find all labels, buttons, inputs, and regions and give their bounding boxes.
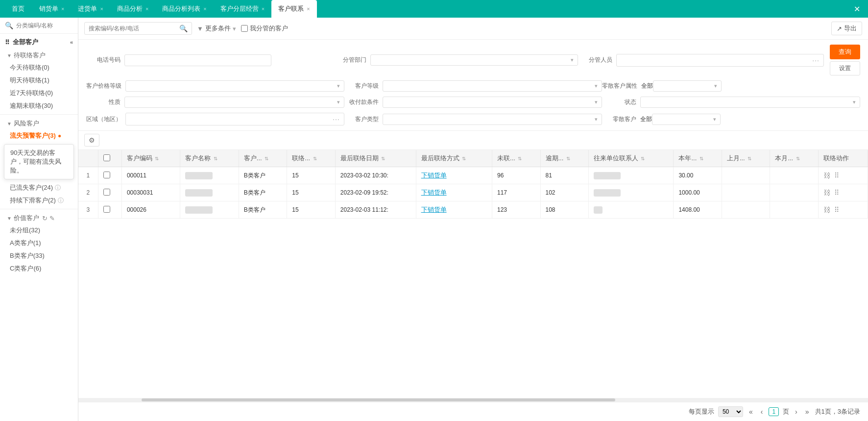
action-more-icon[interactable]: ⠿ bbox=[834, 172, 839, 179]
per-page-select[interactable]: 50 100 200 bbox=[718, 406, 743, 417]
at-risk-group[interactable]: ▼ 风险客户 bbox=[0, 117, 78, 129]
filter-dots-manager[interactable]: ··· bbox=[616, 54, 824, 67]
nav-tab-customer-contact[interactable]: 客户联系 × bbox=[271, 0, 316, 18]
sidebar-item-class-a[interactable]: A类客户(1) bbox=[0, 237, 78, 249]
gear-button[interactable]: ⚙ bbox=[84, 134, 99, 147]
my-customers-checkbox[interactable]: 我分管的客户 bbox=[241, 24, 288, 33]
action-link-icon[interactable]: ⛓ bbox=[823, 189, 830, 197]
th-no-contact-days[interactable]: 未联... ⇅ bbox=[492, 150, 540, 167]
filter-row-2: 客户价格等级 ▾ 客户等级 ▾ 零散客户属性 全部 ▾ bbox=[86, 80, 860, 92]
select-all-checkbox[interactable] bbox=[103, 154, 110, 161]
all-customers-label: 全部客户 bbox=[13, 38, 38, 47]
filter-select-retail[interactable]: ▾ bbox=[652, 114, 721, 125]
th-type[interactable]: 客户... ⇅ bbox=[239, 150, 287, 167]
sidebar-item-class-c[interactable]: C类客户(6) bbox=[0, 262, 78, 275]
cell-current-year: 1000.00 bbox=[674, 184, 722, 201]
filter-dots-region[interactable]: ··· bbox=[125, 113, 344, 125]
sidebar-item-tomorrow-contact[interactable]: 明天待联络(1) bbox=[0, 74, 78, 87]
row-checkbox[interactable] bbox=[103, 206, 110, 213]
th-current-year[interactable]: 本年... ⇅ bbox=[674, 150, 722, 167]
close-customer-tier-icon[interactable]: × bbox=[262, 6, 265, 12]
my-customers-check[interactable] bbox=[241, 25, 248, 32]
pending-contact-group[interactable]: ▼ 待联络客户 bbox=[0, 49, 78, 61]
nav-tab-customer-tier[interactable]: 客户分层经营 × bbox=[214, 0, 271, 18]
last-contact-method-link[interactable]: 下销货单 bbox=[421, 172, 447, 179]
last-contact-method-link[interactable]: 下销货单 bbox=[421, 206, 447, 213]
th-contact-count[interactable]: 联络... ⇅ bbox=[287, 150, 335, 167]
filter-select-payment[interactable]: ▾ bbox=[383, 97, 603, 108]
filter-field-retail-attr: 零散客户属性 全部 ▾ bbox=[602, 80, 860, 92]
search-input[interactable] bbox=[89, 25, 179, 32]
retail-attr-value: 全部 bbox=[641, 82, 653, 90]
value-customers-group[interactable]: ▼ 价值客户 ↻ ✎ bbox=[0, 211, 78, 224]
scrollbar-thumb[interactable] bbox=[142, 398, 615, 401]
close-all-button[interactable]: ✕ bbox=[850, 4, 864, 14]
sidebar-item-churned[interactable]: 已流失客户(24) ⓘ bbox=[0, 181, 78, 194]
sidebar-item-declining[interactable]: 持续下滑客户(2) ⓘ bbox=[0, 194, 78, 207]
th-contact-person[interactable]: 往来单位联系人 ⇅ bbox=[588, 150, 673, 167]
filter-field-retail: 零散客户 全部 ▾ bbox=[602, 114, 860, 125]
th-last-contact-date[interactable]: 最后联络日期 ⇅ bbox=[335, 150, 416, 167]
close-purchase-icon[interactable]: × bbox=[100, 6, 103, 12]
first-page-btn[interactable]: « bbox=[747, 408, 755, 416]
last-contact-date-sort-icon: ⇅ bbox=[381, 156, 385, 161]
query-button[interactable]: 查询 bbox=[830, 45, 860, 59]
th-name[interactable]: 客户名称 ⇅ bbox=[180, 150, 239, 167]
last-page-btn[interactable]: » bbox=[803, 408, 811, 416]
close-goods-analysis-icon[interactable]: × bbox=[145, 6, 148, 12]
close-customer-contact-icon[interactable]: × bbox=[307, 6, 310, 12]
sidebar-item-class-b[interactable]: B类客户(33) bbox=[0, 249, 78, 262]
filter-label-customer-type: 客户类型 bbox=[344, 115, 379, 124]
action-link-icon[interactable]: ⛓ bbox=[823, 172, 830, 179]
sidebar-search-icon: 🔍 bbox=[5, 22, 13, 29]
cell-no-contact-days: 96 bbox=[492, 167, 540, 184]
nav-tab-home[interactable]: 首页 bbox=[4, 0, 32, 18]
sidebar-item-week-contact[interactable]: 近7天待联络(0) bbox=[0, 87, 78, 99]
sidebar-item-overdue-contact[interactable]: 逾期未联络(30) bbox=[0, 99, 78, 112]
action-more-icon[interactable]: ⠿ bbox=[834, 206, 839, 214]
action-link-icon[interactable]: ⛓ bbox=[823, 206, 830, 214]
refresh-icon[interactable]: ↻ bbox=[42, 215, 48, 222]
last-contact-method-link[interactable]: 下销货单 bbox=[421, 189, 447, 196]
row-checkbox[interactable] bbox=[103, 189, 110, 196]
filter-select-retail-attr[interactable]: ▾ bbox=[653, 80, 721, 92]
th-last-contact-method[interactable]: 最后联络方式 ⇅ bbox=[416, 150, 492, 167]
row-checkbox[interactable] bbox=[103, 172, 110, 178]
data-table: 客户编码 ⇅ 客户名称 ⇅ 客户... ⇅ 联络... bbox=[78, 150, 868, 219]
filter-select-customer-level[interactable]: ▾ bbox=[383, 80, 603, 92]
cell-checkbox bbox=[98, 201, 121, 219]
th-overdue-days[interactable]: 逾期... ⇅ bbox=[540, 150, 588, 167]
export-button[interactable]: ↗ 导出 bbox=[831, 22, 862, 35]
sidebar-item-ungrouped[interactable]: 未分组(32) bbox=[0, 224, 78, 237]
all-customers-header[interactable]: ⠿ 全部客户 « bbox=[0, 34, 78, 49]
filter-select-customer-type[interactable]: ▾ bbox=[383, 114, 603, 125]
nav-tab-purchase[interactable]: 进货单 × bbox=[71, 0, 110, 18]
customer-name-blurred: ██████ bbox=[185, 206, 212, 214]
nav-tab-sales[interactable]: 销货单 × bbox=[32, 0, 71, 18]
search-execute-icon[interactable]: 🔍 bbox=[179, 25, 188, 32]
filter-select-dept[interactable]: ▾ bbox=[370, 54, 578, 66]
th-code[interactable]: 客户编码 ⇅ bbox=[121, 150, 180, 167]
region-dots-icon: ··· bbox=[333, 115, 340, 123]
close-sales-icon[interactable]: × bbox=[61, 6, 64, 12]
th-last-month[interactable]: 上月... ⇅ bbox=[722, 150, 770, 167]
prev-page-btn[interactable]: ‹ bbox=[759, 408, 765, 416]
sidebar-search-input[interactable] bbox=[16, 22, 73, 29]
horizontal-scrollbar[interactable] bbox=[78, 398, 868, 402]
edit-value-group-icon[interactable]: ✎ bbox=[49, 215, 55, 222]
filter-select-nature[interactable]: ▾ bbox=[124, 97, 344, 108]
filter-select-price-level[interactable]: ▾ bbox=[125, 80, 344, 92]
th-current-month[interactable]: 本月... ⇅ bbox=[770, 150, 818, 167]
nav-goods-analysis-list-label: 商品分析列表 bbox=[162, 4, 200, 13]
nav-tab-goods-analysis-list[interactable]: 商品分析列表 × bbox=[155, 0, 213, 18]
sidebar-item-churn-warning[interactable]: 流失预警客户(3) ● bbox=[0, 129, 78, 142]
close-goods-analysis-list-icon[interactable]: × bbox=[203, 6, 206, 12]
more-conditions-button[interactable]: ▼ 更多条件 ▾ bbox=[197, 24, 236, 33]
settings-button[interactable]: 设置 bbox=[830, 61, 860, 75]
sidebar-item-today-contact[interactable]: 今天待联络(0) bbox=[0, 61, 78, 74]
next-page-btn[interactable]: › bbox=[793, 408, 799, 416]
filter-select-status[interactable]: ▾ bbox=[640, 97, 860, 108]
action-more-icon[interactable]: ⠿ bbox=[834, 189, 839, 197]
nav-tab-goods-analysis[interactable]: 商品分析 × bbox=[110, 0, 155, 18]
filter-input-phone[interactable] bbox=[124, 54, 271, 66]
